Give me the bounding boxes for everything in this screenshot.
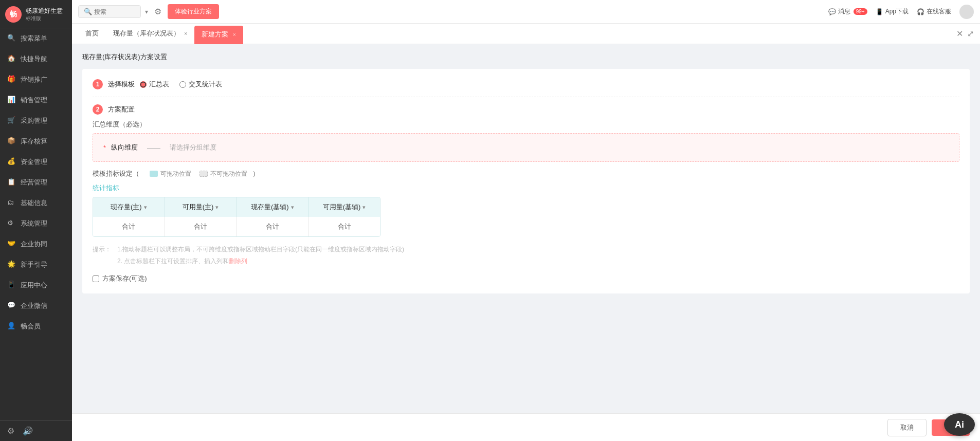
operations-icon: 📋	[7, 178, 16, 187]
online-service-area[interactable]: 🎧 在线客服	[917, 7, 951, 16]
indicator-label: 模板指标设定（ 可拖动位置 不可拖动位置 ）	[93, 169, 959, 178]
sidebar-item-search[interactable]: 🔍 搜索菜单	[0, 28, 72, 49]
sidebar-item-label: 基础信息	[21, 198, 47, 208]
radio-cross[interactable]: 交叉统计表	[179, 80, 222, 89]
template-radio-group: 汇总表 交叉统计表	[140, 80, 222, 89]
cancel-button[interactable]: 取消	[887, 419, 927, 436]
stats-col-2-chevron[interactable]: ▾	[215, 204, 219, 211]
sidebar-item-operations[interactable]: 📋 经营管理	[0, 172, 72, 193]
legend-draggable-label: 可拖动位置	[160, 170, 191, 178]
step2-header: 2 方案配置	[93, 104, 959, 115]
sidebar-item-wechat[interactable]: 💬 企业微信	[0, 296, 72, 316]
message-badge: 99+	[854, 8, 867, 15]
dim-dash: ——	[147, 144, 160, 152]
member-icon: 👤	[7, 322, 16, 331]
step1-badge: 1	[93, 79, 103, 89]
radio-cross-label: 交叉统计表	[189, 80, 222, 89]
stats-col-2[interactable]: 可用量(主) ▾	[165, 197, 237, 217]
search-icon: 🔍	[84, 8, 92, 15]
sidebar-item-finance[interactable]: 💰 资金管理	[0, 152, 72, 172]
stats-body-col-2-val: 合计	[194, 222, 207, 231]
stats-col-2-label: 可用量(主)	[183, 203, 214, 212]
dimension-box[interactable]: * 纵向维度 —— 请选择分组维度	[93, 133, 959, 162]
star-icon: 🌟	[7, 260, 16, 269]
content-area: 现存量(库存状况表)方案设置 1 选择模板 汇总表 交叉统计表	[72, 44, 980, 413]
tab-inventory[interactable]: 现存量（库存状况表） ×	[106, 24, 194, 44]
chevron-down-icon[interactable]: ▾	[145, 8, 148, 15]
search-menu-icon: 🔍	[7, 34, 16, 43]
sidebar-item-label: 营销推广	[21, 75, 47, 84]
sidebar-item-label: 新手引导	[21, 260, 47, 269]
app-download-area[interactable]: 📱 App下载	[876, 7, 909, 16]
stats-table-header: 现存量(主) ▾ 可用量(主) ▾ 现存量(基辅) ▾	[93, 197, 380, 217]
app-download-label: App下载	[885, 7, 909, 16]
stats-section: 统计指标 现存量(主) ▾ 可用量(主) ▾	[93, 183, 959, 237]
stats-col-1-chevron[interactable]: ▾	[144, 204, 147, 211]
sidebar-item-sales[interactable]: 📊 销售管理	[0, 90, 72, 111]
sidebar-item-marketing[interactable]: 🎁 营销推广	[0, 69, 72, 90]
radio-summary-input[interactable]	[140, 81, 147, 88]
stats-col-3-label: 现存量(基辅)	[251, 203, 289, 212]
page-title: 现存量(库存状况表)方案设置	[82, 52, 970, 62]
dimension-section-label: 汇总维度（必选）	[93, 120, 959, 129]
sidebar-item-member[interactable]: 👤 畅会员	[0, 316, 72, 337]
sidebar-item-label: 企业微信	[21, 301, 47, 310]
sidebar-item-purchase[interactable]: 🛒 采购管理	[0, 111, 72, 131]
purchase-icon: 🛒	[7, 116, 16, 125]
tab-new-plan[interactable]: 新建方案 ×	[194, 26, 243, 44]
stats-col-3-chevron[interactable]: ▾	[291, 204, 294, 211]
sidebar-item-collab[interactable]: 🤝 企业协同	[0, 234, 72, 254]
sidebar-item-label: 应用中心	[21, 281, 47, 290]
save-option: 方案保存(可选)	[93, 274, 959, 283]
tab-inventory-close[interactable]: ×	[184, 30, 187, 36]
main-area: 🔍 ▾ ⚙ 体验行业方案 💬 消息 99+ 📱 App下载 🎧 在线客服	[72, 0, 980, 441]
sidebar-item-inventory[interactable]: 📦 库存核算	[0, 131, 72, 152]
step2-title: 方案配置	[108, 105, 135, 114]
settings-icon[interactable]: ⚙	[7, 426, 14, 436]
sidebar: 畅 畅康通好生意 标准版 🔍 搜索菜单 🏠 快捷导航 🎁 营销推广 📊 销售管理…	[0, 0, 72, 441]
message-area[interactable]: 💬 消息 99+	[828, 7, 867, 16]
dimension-section: 汇总维度（必选） * 纵向维度 —— 请选择分组维度	[93, 120, 959, 162]
legend-draggable: 可拖动位置	[150, 170, 191, 178]
stats-col-4-chevron[interactable]: ▾	[362, 204, 366, 211]
tab-inventory-label: 现存量（库存状况表）	[113, 29, 180, 38]
tab-new-plan-close[interactable]: ×	[232, 31, 235, 38]
sidebar-item-system[interactable]: ⚙ 系统管理	[0, 213, 72, 234]
topbar-right: 💬 消息 99+ 📱 App下载 🎧 在线客服	[828, 5, 974, 19]
stats-col-1[interactable]: 现存量(主) ▾	[93, 197, 165, 217]
window-close-btn[interactable]: ✕	[956, 29, 963, 39]
sidebar-nav: 🔍 搜索菜单 🏠 快捷导航 🎁 营销推广 📊 销售管理 🛒 采购管理 📦 库存核…	[0, 28, 72, 420]
avatar[interactable]	[959, 5, 974, 19]
stats-body-col-4: 合计	[308, 217, 380, 236]
speaker-icon[interactable]: 🔊	[23, 426, 33, 436]
tab-home[interactable]: 首页	[78, 24, 106, 44]
tips-highlight: 删除列	[229, 258, 247, 265]
settings-card: 1 选择模板 汇总表 交叉统计表 2 方案配置	[82, 69, 970, 293]
sidebar-bottom: ⚙ 🔊	[0, 420, 72, 441]
sidebar-item-basic-info[interactable]: 🗂 基础信息	[0, 193, 72, 213]
topbar-search-area[interactable]: 🔍	[78, 5, 141, 18]
sidebar-item-label: 经营管理	[21, 178, 47, 187]
stats-body-col-3: 合计	[237, 217, 309, 236]
gear-icon[interactable]: ⚙	[154, 7, 161, 16]
ai-label: Ai	[955, 419, 964, 430]
save-checkbox[interactable]	[93, 275, 99, 282]
sidebar-item-app-center[interactable]: 📱 应用中心	[0, 275, 72, 296]
window-expand-btn[interactable]: ⤢	[967, 29, 974, 39]
inventory-icon: 📦	[7, 137, 16, 146]
sidebar-item-label: 销售管理	[21, 96, 47, 105]
search-input[interactable]	[94, 8, 135, 15]
radio-summary[interactable]: 汇总表	[140, 80, 169, 89]
dim-vertical-label: 纵向维度	[111, 143, 138, 152]
ai-bubble[interactable]: Ai	[944, 413, 975, 436]
industry-btn[interactable]: 体验行业方案	[168, 4, 219, 19]
stats-col-4[interactable]: 可用量(基辅) ▾	[308, 197, 380, 217]
step2-badge: 2	[93, 104, 103, 115]
sidebar-item-beginner[interactable]: 🌟 新手引导	[0, 254, 72, 275]
stats-col-4-label: 可用量(基辅)	[323, 203, 361, 212]
sidebar-item-quicknav[interactable]: 🏠 快捷导航	[0, 49, 72, 69]
brand-name: 畅康通好生意	[26, 7, 63, 15]
radio-cross-input[interactable]	[179, 81, 186, 88]
stats-col-3[interactable]: 现存量(基辅) ▾	[237, 197, 309, 217]
required-asterisk: *	[103, 144, 106, 152]
